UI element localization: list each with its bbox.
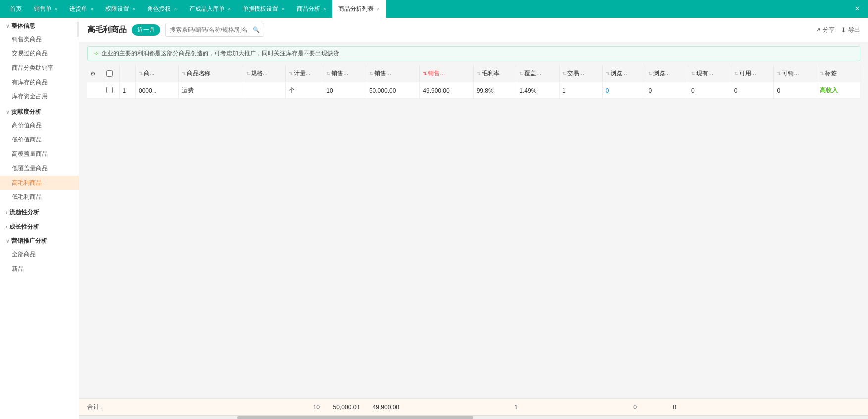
nav-tab-analysis-list[interactable]: 商品分析列表 ×	[332, 0, 386, 18]
nav-tab-permission[interactable]: 权限设置 ×	[100, 0, 141, 18]
chevron-down-icon3: ∨	[6, 238, 9, 244]
row-name-cell: 运费	[178, 82, 243, 99]
main-layout: « ∨ 整体信息 销售类商品 交易过的商品 商品分类助销率 有库存的商品 库存资…	[0, 18, 868, 419]
col-sales-profit[interactable]: ⇅ 销售...	[420, 65, 473, 82]
search-icon[interactable]: 🔍	[253, 26, 260, 33]
share-icon: ↗	[816, 26, 821, 34]
notice-text: 企业的主要的利润都是这部分商品创造的，可考虑加大推广，同时关注库存是不要出现缺货	[102, 49, 339, 58]
row-sales-qty-cell: 10	[323, 82, 366, 99]
row-available-cell: 0	[731, 82, 774, 99]
scrollbar-thumb[interactable]	[237, 416, 474, 419]
row-saleable-cell: 0	[774, 82, 817, 99]
nav-tab-role[interactable]: 角色授权 ×	[141, 0, 183, 18]
footer-sales-amount: 50,000.00	[323, 404, 362, 411]
col-browse2[interactable]: ⇅ 浏览...	[645, 65, 688, 82]
chevron-down-icon2: ∨	[6, 109, 9, 115]
notice-bar: ✧ 企业的主要的利润都是这部分商品创造的，可考虑加大推广，同时关注库存是不要出现…	[87, 46, 860, 61]
chevron-right-icon2: ›	[6, 224, 7, 230]
sidebar-section-growth[interactable]: › 成长性分析	[0, 219, 79, 233]
close-all-button[interactable]: ×	[850, 2, 864, 16]
sort-icon10: ⇅	[562, 71, 566, 76]
horizontal-scrollbar[interactable]	[79, 415, 868, 419]
footer-sales-qty: 10	[283, 404, 323, 411]
nav-tab-template[interactable]: 单据模板设置 ×	[237, 0, 290, 18]
col-current[interactable]: ⇅ 现有...	[688, 65, 731, 82]
sidebar-section-contribution[interactable]: ∨ 贡献度分析	[0, 104, 79, 118]
content-header: 高毛利商品 近一月 🔍 ↗ 分享 ⬇ 导出	[79, 18, 868, 42]
col-cover[interactable]: ⇅ 覆盖...	[516, 65, 560, 82]
col-code[interactable]: ⇅ 商...	[136, 65, 179, 82]
col-gear[interactable]: ⚙	[87, 65, 103, 82]
row-tag-cell: 高收入	[817, 82, 860, 99]
nav-tab-home[interactable]: 首页	[4, 0, 28, 18]
sort-icon15: ⇅	[777, 71, 781, 76]
col-sales-amount[interactable]: ⇅ 销售...	[366, 65, 419, 82]
row-browse1-cell[interactable]: 0	[602, 82, 645, 99]
close-purchase-tab[interactable]: ×	[90, 6, 93, 12]
close-analysis-tab[interactable]: ×	[323, 6, 326, 12]
sidebar-item-high-margin[interactable]: 高毛利商品	[0, 176, 79, 190]
close-permission-tab[interactable]: ×	[132, 6, 135, 12]
col-spec[interactable]: ⇅ 规格...	[243, 65, 286, 82]
sort-icon4: ⇅	[289, 71, 293, 76]
table-header-row: ⚙ ⇅ 商...	[87, 65, 860, 82]
footer-totals-bar: 合计： 10 50,000.00 49,900.00 1 0 0	[79, 398, 868, 415]
sidebar: « ∨ 整体信息 销售类商品 交易过的商品 商品分类助销率 有库存的商品 库存资…	[0, 18, 79, 419]
share-button[interactable]: ↗ 分享	[816, 26, 835, 34]
sidebar-section-marketing[interactable]: ∨ 营销推广分析	[0, 233, 79, 247]
sidebar-item-all-goods[interactable]: 全部商品	[0, 247, 79, 262]
col-trade[interactable]: ⇅ 交易...	[560, 65, 603, 82]
sidebar-item-high-coverage[interactable]: 高覆盖量商品	[0, 147, 79, 161]
close-sales-tab[interactable]: ×	[54, 6, 57, 12]
col-unit[interactable]: ⇅ 计量...	[286, 65, 323, 82]
sidebar-section-trend[interactable]: › 流趋性分析	[0, 204, 79, 219]
row-sales-profit-cell: 49,900.00	[420, 82, 473, 99]
nav-tab-purchase[interactable]: 进货单 ×	[63, 0, 99, 18]
col-browse1[interactable]: ⇅ 浏览...	[602, 65, 645, 82]
filter-recent-month-button[interactable]: 近一月	[132, 24, 160, 36]
sidebar-collapse-button[interactable]: «	[77, 22, 79, 37]
col-name[interactable]: ⇅ 商品名称	[178, 65, 243, 82]
row-checkbox-cell[interactable]	[103, 82, 120, 99]
nav-tab-sales[interactable]: 销售单 ×	[28, 0, 63, 18]
close-product-in-tab[interactable]: ×	[228, 6, 231, 12]
close-analysis-list-tab[interactable]: ×	[377, 6, 380, 12]
sidebar-item-sales-goods[interactable]: 销售类商品	[0, 32, 79, 47]
col-tag[interactable]: ⇅ 标签	[817, 65, 860, 82]
nav-tab-analysis[interactable]: 商品分析 ×	[291, 0, 332, 18]
sort-icon: ⇅	[139, 71, 143, 76]
header-actions: ↗ 分享 ⬇ 导出	[269, 26, 860, 34]
sidebar-item-low-coverage[interactable]: 低覆盖量商品	[0, 161, 79, 176]
search-box: 🔍	[165, 23, 264, 37]
sidebar-item-in-stock[interactable]: 有库存的商品	[0, 75, 79, 90]
sort-icon12: ⇅	[648, 71, 652, 76]
row-index-cell: 1	[119, 82, 136, 99]
search-input[interactable]	[170, 26, 251, 33]
close-role-tab[interactable]: ×	[174, 6, 177, 12]
export-button[interactable]: ⬇ 导出	[841, 26, 860, 34]
row-checkbox[interactable]	[106, 87, 113, 93]
sidebar-item-low-margin[interactable]: 低毛利商品	[0, 190, 79, 204]
col-checkbox[interactable]	[103, 65, 120, 82]
sidebar-item-low-value[interactable]: 低价值商品	[0, 133, 79, 147]
sidebar-item-high-value[interactable]: 高价值商品	[0, 118, 79, 133]
table-container[interactable]: ⚙ ⇅ 商...	[87, 65, 860, 398]
col-sales-qty[interactable]: ⇅ 销售...	[323, 65, 366, 82]
close-template-tab[interactable]: ×	[281, 6, 284, 12]
sidebar-section-overall[interactable]: ∨ 整体信息	[0, 18, 79, 32]
footer-trade: 1	[481, 404, 521, 411]
col-gross-rate[interactable]: ⇅ 毛利率	[473, 65, 516, 82]
chevron-right-icon: ›	[6, 210, 7, 215]
select-all-checkbox[interactable]	[106, 70, 113, 77]
top-nav: 首页 销售单 × 进货单 × 权限设置 × 角色授权 × 产成品入库单 × 单据…	[0, 0, 868, 18]
sidebar-item-stock-capital[interactable]: 库存资金占用	[0, 90, 79, 104]
row-current-cell: 0	[688, 82, 731, 99]
export-icon: ⬇	[841, 26, 846, 34]
sidebar-item-traded-goods[interactable]: 交易过的商品	[0, 47, 79, 61]
nav-tab-product-in[interactable]: 产成品入库单 ×	[183, 0, 237, 18]
sidebar-item-category-rate[interactable]: 商品分类助销率	[0, 61, 79, 75]
col-available[interactable]: ⇅ 可用...	[731, 65, 774, 82]
col-saleable[interactable]: ⇅ 可销...	[774, 65, 817, 82]
sort-icon6: ⇅	[369, 71, 373, 76]
sidebar-item-new-goods[interactable]: 新品	[0, 262, 79, 276]
